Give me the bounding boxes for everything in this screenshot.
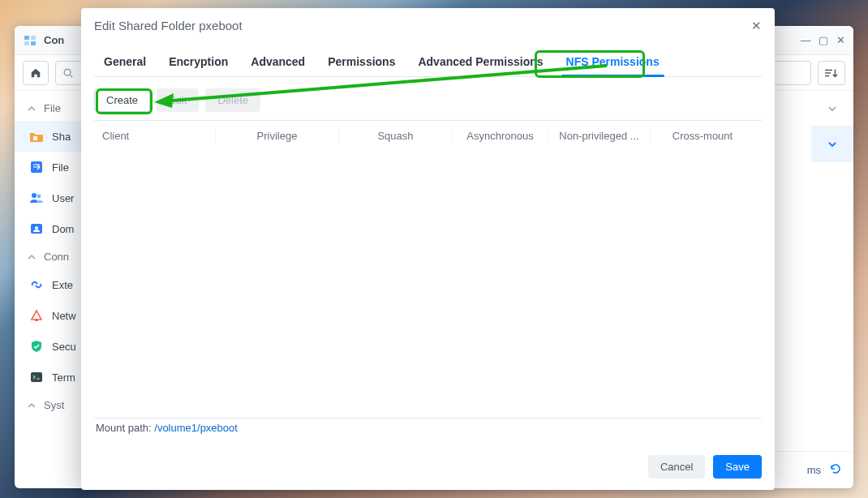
cancel-button[interactable]: Cancel	[648, 455, 705, 479]
svg-rect-0	[24, 36, 29, 40]
close-button[interactable]: ✕	[836, 34, 845, 46]
col-asynchronous[interactable]: Asynchronous	[453, 130, 548, 142]
col-non-privileged[interactable]: Non-privileged ...	[548, 130, 651, 142]
collapse-toggle[interactable]	[811, 91, 853, 127]
shield-icon	[29, 339, 44, 354]
svg-rect-1	[31, 36, 36, 40]
tab-advanced-permissions[interactable]: Advanced Permissions	[408, 45, 552, 76]
edit-button: Edit	[157, 88, 199, 112]
table-body-empty	[94, 150, 762, 418]
footer-status: ms	[807, 464, 821, 476]
close-icon[interactable]: ✕	[751, 19, 762, 33]
col-squash[interactable]: Squash	[339, 130, 453, 142]
nfs-permissions-table: Client Privilege Squash Asynchronous Non…	[94, 120, 762, 419]
delete-button: Delete	[205, 88, 260, 112]
domain-icon	[29, 221, 44, 236]
section-label: Conn	[44, 251, 69, 263]
mount-path-line: Mount path: /volume1/pxeboot	[96, 422, 762, 434]
section-label: File	[44, 102, 61, 114]
control-panel-icon	[23, 33, 37, 48]
tab-advanced[interactable]: Advanced	[241, 45, 315, 76]
dialog-body: General Encryption Advanced Permissions …	[81, 43, 775, 449]
minimize-button[interactable]: ―	[801, 34, 811, 46]
file-services-icon	[29, 160, 44, 174]
network-icon	[29, 308, 44, 323]
expand-active-row[interactable]	[811, 127, 853, 162]
svg-point-11	[32, 193, 37, 198]
action-row: Create Edit Delete	[94, 88, 762, 112]
tab-permissions[interactable]: Permissions	[318, 45, 405, 76]
chevron-up-icon	[28, 401, 39, 410]
svg-rect-9	[33, 136, 37, 140]
right-rail	[811, 91, 853, 488]
dialog-title: Edit Shared Folder pxeboot	[94, 19, 751, 32]
link-icon	[29, 277, 44, 292]
tab-nfs-permissions[interactable]: NFS Permissions	[556, 45, 669, 76]
create-button[interactable]: Create	[94, 88, 150, 112]
svg-rect-3	[31, 41, 36, 45]
col-cross-mount[interactable]: Cross-mount	[651, 130, 754, 142]
chevron-up-icon	[28, 253, 39, 261]
svg-rect-16	[31, 372, 42, 382]
save-button[interactable]: Save	[713, 455, 762, 479]
col-privilege[interactable]: Privilege	[216, 130, 339, 142]
folder-icon	[29, 129, 44, 144]
maximize-button[interactable]: ▢	[819, 34, 828, 46]
svg-line-5	[71, 75, 73, 77]
users-icon	[29, 191, 44, 205]
svg-point-4	[64, 69, 71, 75]
table-header: Client Privilege Squash Asynchronous Non…	[94, 121, 762, 150]
tab-encryption[interactable]: Encryption	[159, 45, 238, 76]
edit-shared-folder-dialog: Edit Shared Folder pxeboot ✕ General Enc…	[81, 8, 775, 490]
home-button[interactable]	[23, 61, 49, 85]
refresh-button[interactable]	[829, 462, 842, 478]
dialog-header: Edit Shared Folder pxeboot ✕	[81, 8, 775, 43]
terminal-icon	[29, 370, 44, 384]
section-label: Syst	[44, 399, 64, 411]
tab-strip: General Encryption Advanced Permissions …	[94, 43, 762, 77]
sort-button[interactable]	[818, 61, 845, 85]
dialog-footer: Cancel Save	[81, 449, 775, 490]
mount-path-value: /volume1/pxeboot	[154, 422, 238, 434]
tab-general[interactable]: General	[94, 45, 156, 76]
svg-rect-2	[24, 41, 29, 45]
svg-point-14	[35, 226, 38, 230]
window-actions: ― ▢ ✕	[796, 34, 845, 46]
svg-point-12	[37, 195, 41, 199]
mount-path-label: Mount path:	[96, 422, 152, 434]
chevron-up-icon	[28, 105, 39, 113]
svg-rect-15	[35, 319, 38, 321]
col-client[interactable]: Client	[94, 130, 216, 142]
